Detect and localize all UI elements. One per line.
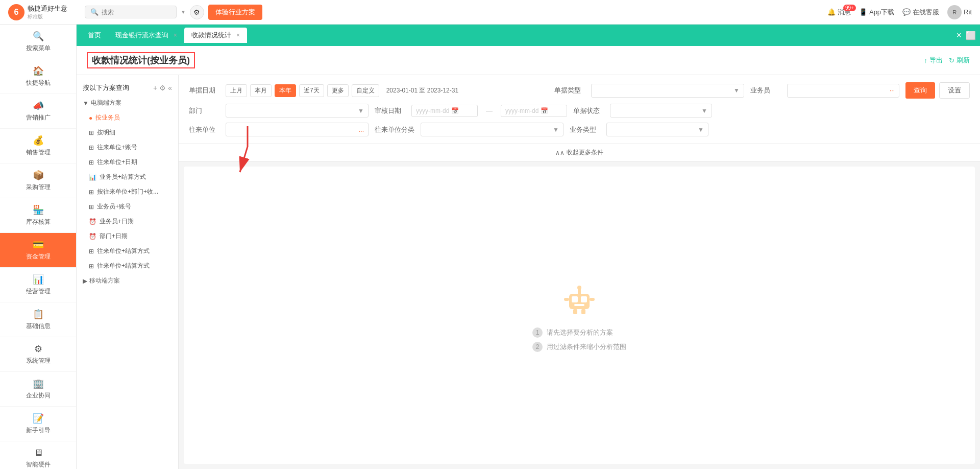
tab-bank[interactable]: 现金银行流水查询 × — [108, 28, 184, 43]
salesman-more-icon[interactable]: ··· — [890, 87, 895, 94]
sidebar-item-hardware[interactable]: 🖥 智能硬件 — [0, 441, 76, 469]
biz-type-arrow: ▼ — [698, 126, 704, 133]
menu-item-salesman-date[interactable]: ⏰ 业务员+日期 — [77, 214, 178, 229]
collapse-bar[interactable]: ∧∧ 收起更多条件 — [179, 144, 980, 161]
sidebar-item-enterprise[interactable]: 🏢 企业协同 — [0, 372, 76, 407]
guide-icon: 📝 — [33, 413, 44, 424]
review-date-to[interactable]: yyyy-mm-dd 📅 — [501, 105, 567, 117]
unit-settle-icon: ⊞ — [89, 248, 94, 255]
status-select[interactable]: ▼ — [610, 104, 712, 118]
export-button[interactable]: ↑ 导出 — [924, 56, 943, 65]
quicknav-icon: 🏠 — [33, 65, 44, 77]
left-panel: 按以下方案查询 + ⚙ « ▼ 电脑端方案 ● 按业务员 — [77, 75, 179, 469]
salesman-icon: ● — [89, 114, 92, 122]
tab-receipt-close[interactable]: × — [236, 32, 240, 39]
search-icon: 🔍 — [90, 8, 99, 16]
sidebar-item-search[interactable]: 🔍 搜索菜单 — [0, 25, 76, 59]
sidebar-item-guide[interactable]: 📝 新手引导 — [0, 407, 76, 441]
menu-item-unit-dept[interactable]: ⊞ 按往来单位+部门+收... — [77, 184, 178, 199]
review-date-from[interactable]: yyyy-mm-dd 📅 — [411, 105, 478, 117]
operations-icon: 📊 — [33, 274, 44, 285]
date-btn-7days[interactable]: 近7天 — [299, 84, 324, 97]
desktop-arrow: ▼ — [83, 100, 89, 107]
content-area: 按以下方案查询 + ⚙ « ▼ 电脑端方案 ● 按业务员 — [77, 75, 980, 469]
sidebar-item-system[interactable]: ⚙ 系统管理 — [0, 337, 76, 372]
date-btn-this-month[interactable]: 本月 — [250, 84, 272, 97]
dept-select[interactable]: ▼ — [226, 104, 369, 118]
app-name: 畅捷通好生意 — [28, 4, 67, 13]
sidebar-item-sales[interactable]: 💰 销售管理 — [0, 129, 76, 163]
tab-close-all-icon[interactable]: × — [956, 30, 962, 41]
empty-tip-1: 1 请先选择要分析的方案 — [532, 327, 626, 338]
tab-bank-close[interactable]: × — [174, 32, 177, 39]
tab-expand-icon[interactable]: ⬜ — [966, 31, 976, 40]
message-badge: 99+ — [843, 5, 856, 11]
sidebar-item-inventory[interactable]: 🏪 库存核算 — [0, 198, 76, 233]
search-dropdown-arrow[interactable]: ▼ — [181, 9, 186, 15]
salesman-settle-icon: 📊 — [89, 174, 96, 181]
empty-tip-2: 2 用过滤条件来缩小分析范围 — [532, 342, 626, 352]
review-date-label: 审核日期 — [375, 106, 405, 115]
unit-select[interactable]: ... — [226, 123, 369, 136]
panel-header-label: 按以下方案查询 — [83, 83, 129, 92]
mobile-section[interactable]: ▶ 移动端方案 — [77, 273, 178, 288]
purchase-icon: 📦 — [33, 170, 44, 181]
right-panel: 单据日期 上月 本月 本年 近7天 更多 自定义 2023-01-01 至 20… — [179, 75, 980, 469]
page-header: 收款情况统计(按业务员) ↑ 导出 ↻ 刷新 — [77, 46, 980, 75]
category-select[interactable]: ▼ — [591, 84, 744, 98]
online-service-button[interactable]: 💬 在线客服 — [902, 8, 939, 17]
sidebar-item-quicknav[interactable]: 🏠 快捷导航 — [0, 59, 76, 94]
panel-settings-button[interactable]: ⚙ — [159, 84, 166, 92]
sidebar-item-marketing[interactable]: 📣 营销推广 — [0, 94, 76, 129]
menu-item-by-detail[interactable]: ⊞ 按明细 — [77, 125, 178, 140]
gear-button[interactable]: ⚙ — [190, 5, 204, 19]
menu-item-by-salesman[interactable]: ● 按业务员 — [77, 110, 178, 125]
app-download-button[interactable]: 📱 App下载 — [859, 8, 894, 17]
trial-button[interactable]: 体验行业方案 — [208, 5, 262, 20]
avatar: R — [947, 5, 962, 19]
refresh-button[interactable]: ↻ 刷新 — [949, 56, 970, 65]
menu-item-salesman-account[interactable]: ⊞ 业务员+账号 — [77, 199, 178, 214]
header-search-box[interactable]: 🔍 — [85, 6, 177, 18]
panel-add-button[interactable]: + — [153, 84, 157, 92]
date-btn-this-year[interactable]: 本年 — [275, 84, 296, 97]
desktop-section[interactable]: ▼ 电脑端方案 — [77, 96, 178, 110]
status-select-arrow: ▼ — [701, 107, 707, 114]
date-btn-more[interactable]: 更多 — [327, 84, 349, 97]
sidebar-item-finance[interactable]: 💳 资金管理 — [0, 233, 76, 268]
date-btn-last-month[interactable]: 上月 — [226, 84, 247, 97]
marketing-icon: 📣 — [33, 100, 44, 111]
export-icon: ↑ — [924, 57, 928, 64]
main-layout: 🔍 搜索菜单 🏠 快捷导航 📣 营销推广 💰 销售管理 📦 采购管理 🏪 库存核… — [0, 0, 980, 469]
sidebar-item-purchase[interactable]: 📦 采购管理 — [0, 163, 76, 198]
unit-category-select[interactable]: ▼ — [421, 123, 564, 136]
user-avatar-area[interactable]: R Rit — [947, 5, 972, 19]
salesman-account-icon: ⊞ — [89, 203, 94, 210]
app-logo: 6 — [8, 4, 24, 20]
salesman-label: 业务员 — [750, 86, 781, 95]
tab-bar-actions: × ⬜ — [956, 30, 976, 41]
salesman-select[interactable]: ··· — [787, 84, 899, 98]
download-icon: 📱 — [859, 8, 867, 16]
unit-account-icon: ⊞ — [89, 144, 94, 151]
panel-collapse-button[interactable]: « — [168, 84, 172, 92]
messages-button[interactable]: 🔔 消息 99+ — [827, 8, 851, 17]
menu-item-unit-settle2[interactable]: ⊞ 往来单位+结算方式 — [77, 259, 178, 273]
menu-item-salesman-settle[interactable]: 📊 业务员+结算方式 — [77, 170, 178, 184]
unit-more-btn[interactable]: ... — [359, 126, 364, 133]
menu-item-unit-account[interactable]: ⊞ 往来单位+账号 — [77, 140, 178, 155]
menu-item-unit-date[interactable]: ⊞ 往来单位+日期 — [77, 155, 178, 170]
sidebar-item-operations[interactable]: 📊 经营管理 — [0, 268, 76, 302]
date-btn-custom[interactable]: 自定义 — [352, 84, 379, 97]
setting-button[interactable]: 设置 — [939, 82, 970, 99]
menu-item-unit-settle[interactable]: ⊞ 往来单位+结算方式 — [77, 244, 178, 259]
date-range-display: 2023-01-01 至 2023-12-31 — [386, 86, 458, 95]
menu-item-dept-date[interactable]: ⏰ 部门+日期 — [77, 229, 178, 244]
tab-receipt[interactable]: 收款情况统计 × — [184, 28, 247, 43]
tab-home[interactable]: 首页 — [81, 28, 108, 43]
search-input[interactable] — [102, 9, 163, 16]
sidebar-item-basic[interactable]: 📋 基础信息 — [0, 302, 76, 337]
query-button[interactable]: 查询 — [905, 82, 935, 99]
biz-type-select[interactable]: ▼ — [606, 123, 708, 136]
basic-icon: 📋 — [33, 309, 44, 320]
